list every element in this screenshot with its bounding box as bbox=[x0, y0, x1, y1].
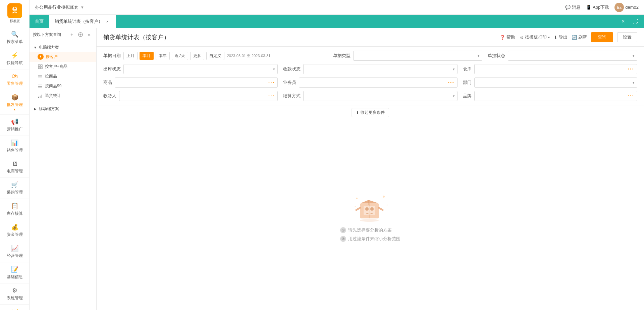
receipt-status-select[interactable] bbox=[303, 64, 458, 74]
tab-home-label: 首页 bbox=[35, 18, 44, 24]
svg-rect-8 bbox=[38, 67, 40, 69]
department-select[interactable] bbox=[474, 78, 637, 88]
sidebar-item-basic[interactable]: 📝 基础信息 bbox=[0, 262, 29, 283]
tip-num-1: ① bbox=[340, 227, 346, 233]
main-area: 办公用品行业模拟账套 ▾ 💬 消息 📱 App下载 Ea demo2 首页 销货… bbox=[30, 0, 644, 310]
by-product99-icon bbox=[38, 84, 43, 89]
date-more-btn[interactable]: 更多 bbox=[190, 52, 204, 60]
message-label: 消息 bbox=[572, 4, 581, 10]
scheme-desktop-group-title[interactable]: ▼ 电脑端方案 bbox=[30, 43, 96, 52]
tab-close-btn[interactable]: × bbox=[105, 19, 110, 24]
tab-close-all-btn[interactable]: × bbox=[619, 17, 628, 26]
date-this-month-btn[interactable]: 本月 bbox=[140, 52, 154, 60]
doc-type-select[interactable] bbox=[353, 51, 483, 61]
date-this-year-btn[interactable]: 本年 bbox=[156, 52, 170, 60]
filter-row-2: 出库状态 收款状态 bbox=[103, 64, 637, 74]
sidebar-item-search[interactable]: 🔍 搜索菜单 bbox=[0, 27, 29, 48]
filter-row-3: 商品 ··· 业务员 ··· 部门 bbox=[103, 78, 637, 88]
brand-dots-input[interactable]: ··· bbox=[474, 91, 637, 101]
content-area: 销货单统计表（按客户） ❓ 帮助 🖨 按模板打印 ▾ ⬇ 导出 bbox=[97, 28, 644, 310]
by-customer-product-label: 按客户+商品 bbox=[45, 64, 67, 69]
tab-home[interactable]: 首页 bbox=[30, 15, 49, 28]
salesperson-dots-input[interactable]: ··· bbox=[299, 78, 458, 88]
scheme-item-by-customer-product[interactable]: 按客户+商品 bbox=[30, 62, 96, 71]
settlement-select[interactable] bbox=[303, 91, 458, 101]
scheme-add-btn[interactable]: + bbox=[68, 31, 75, 38]
sidebar-item-inventory[interactable]: 📋 库存核算 bbox=[0, 199, 29, 220]
sidebar-item-wholesale[interactable]: 📦 批发管理 ▲ bbox=[0, 90, 29, 115]
finance-icon: 💰 bbox=[11, 223, 18, 231]
scheme-item-by-product[interactable]: 按商品 bbox=[30, 71, 96, 81]
scheme-mobile-group-title[interactable]: ▶ 移动端方案 bbox=[30, 105, 96, 113]
help-btn[interactable]: ❓ 帮助 bbox=[500, 34, 515, 40]
settlement-select-wrapper bbox=[303, 91, 458, 101]
filter-department: 部门 bbox=[463, 78, 637, 88]
doc-status-select[interactable] bbox=[508, 51, 637, 61]
sidebar-item-wholesale-label: 批发管理 bbox=[7, 102, 23, 108]
mobile-group-label: 移动端方案 bbox=[39, 106, 59, 112]
sidebar-item-finance[interactable]: 💰 资金管理 bbox=[0, 220, 29, 241]
sidebar-item-sales-label: 销售管理 bbox=[7, 148, 23, 153]
username-label: demo2 bbox=[625, 5, 639, 10]
date-last-month-btn[interactable]: 上月 bbox=[123, 52, 138, 60]
sidebar-item-marketing[interactable]: 📢 营销推广 bbox=[0, 115, 29, 136]
sidebar-item-sales[interactable]: 📊 销售管理 bbox=[0, 136, 29, 157]
sidebar-item-ecommerce[interactable]: 🖥 电商管理 bbox=[0, 157, 29, 178]
svg-rect-21 bbox=[364, 206, 375, 215]
sidebar-item-purchase[interactable]: 🛒 采购管理 bbox=[0, 178, 29, 199]
print-btn[interactable]: 🖨 按模板打印 ▾ bbox=[519, 34, 550, 40]
sidebar-item-enterprise[interactable]: 🤝 企业协同 bbox=[0, 305, 29, 310]
logo-text: 标准版 bbox=[10, 19, 20, 23]
scheme-collapse-btn[interactable]: « bbox=[86, 31, 93, 38]
tab-sales-stats[interactable]: 销货单统计表（按客户） × bbox=[49, 15, 116, 28]
sidebar-item-purchase-label: 采购管理 bbox=[7, 190, 23, 195]
return-stats-label: 退货统计 bbox=[45, 93, 61, 99]
page-content: 按以下方案查询 + « ▼ 电脑端方案 bbox=[30, 28, 644, 310]
warehouse-dots-input[interactable]: ··· bbox=[474, 64, 637, 74]
desktop-group-label: 电脑端方案 bbox=[39, 45, 59, 50]
user-action[interactable]: Ea demo2 bbox=[614, 3, 639, 12]
product-dots-input[interactable]: ··· bbox=[115, 78, 278, 88]
export-btn[interactable]: ⬇ 导出 bbox=[554, 34, 568, 40]
help-icon: ❓ bbox=[500, 35, 505, 40]
scheme-panel: 按以下方案查询 + « ▼ 电脑端方案 bbox=[30, 28, 97, 310]
refresh-btn[interactable]: 🔄 刷新 bbox=[572, 34, 587, 40]
header-left: 办公用品行业模拟账套 ▾ bbox=[35, 4, 84, 10]
svg-rect-13 bbox=[38, 85, 42, 85]
sidebar-item-operation-label: 经营管理 bbox=[7, 253, 23, 259]
query-button[interactable]: 查询 bbox=[591, 32, 613, 42]
empty-tip-2: ② 用过滤条件来缩小分析范围 bbox=[340, 236, 400, 242]
svg-point-22 bbox=[365, 207, 369, 211]
scheme-item-by-product99[interactable]: 按商品99 bbox=[30, 81, 96, 91]
collapse-label: 收起更多条件 bbox=[361, 110, 385, 115]
sidebar-item-retail[interactable]: 🛍 零售管理 bbox=[0, 69, 29, 90]
collapse-more-btn[interactable]: ⬆ 收起更多条件 bbox=[352, 108, 389, 117]
collapse-up-icon: ⬆ bbox=[356, 110, 359, 115]
app-download-label: App下载 bbox=[593, 4, 609, 10]
app-download-action[interactable]: 📱 App下载 bbox=[586, 4, 609, 10]
sidebar-item-system[interactable]: ⚙ 系统管理 bbox=[0, 283, 29, 305]
scheme-item-by-customer[interactable]: 按客户 bbox=[30, 52, 96, 62]
date-last7-btn[interactable]: 近7天 bbox=[172, 52, 188, 60]
recipient-dots-input[interactable]: ··· bbox=[119, 91, 278, 101]
out-status-select[interactable] bbox=[123, 64, 278, 74]
date-custom-btn[interactable]: 自定义 bbox=[206, 52, 224, 60]
warehouse-label: 仓库 bbox=[463, 66, 472, 72]
settings-button[interactable]: 设置 bbox=[617, 32, 637, 42]
filter-doc-type: 单据类型 bbox=[333, 51, 483, 61]
sidebar-item-operation[interactable]: 📈 经营管理 bbox=[0, 241, 29, 262]
svg-rect-14 bbox=[38, 86, 42, 87]
message-action[interactable]: 💬 消息 bbox=[565, 4, 581, 10]
svg-point-1 bbox=[14, 7, 16, 9]
empty-tip-1: ① 请先选择要分析的方案 bbox=[340, 227, 400, 233]
date-filter-buttons: 上月 本月 本年 近7天 更多 自定义 bbox=[123, 52, 224, 60]
scheme-item-return-stats[interactable]: 退货统计 bbox=[30, 91, 96, 101]
empty-icon bbox=[350, 188, 390, 222]
tab-sales-stats-label: 销货单统计表（按客户） bbox=[55, 18, 103, 24]
tab-fullscreen-btn[interactable]: ⛶ bbox=[631, 17, 640, 26]
sidebar-item-shortcut[interactable]: ⚡ 快捷导航 bbox=[0, 48, 29, 69]
industry-dropdown-icon[interactable]: ▾ bbox=[81, 5, 84, 10]
scheme-edit-btn[interactable] bbox=[77, 31, 84, 38]
filter-receipt-status: 收款状态 bbox=[283, 64, 458, 74]
sidebar-item-system-label: 系统管理 bbox=[7, 295, 23, 301]
